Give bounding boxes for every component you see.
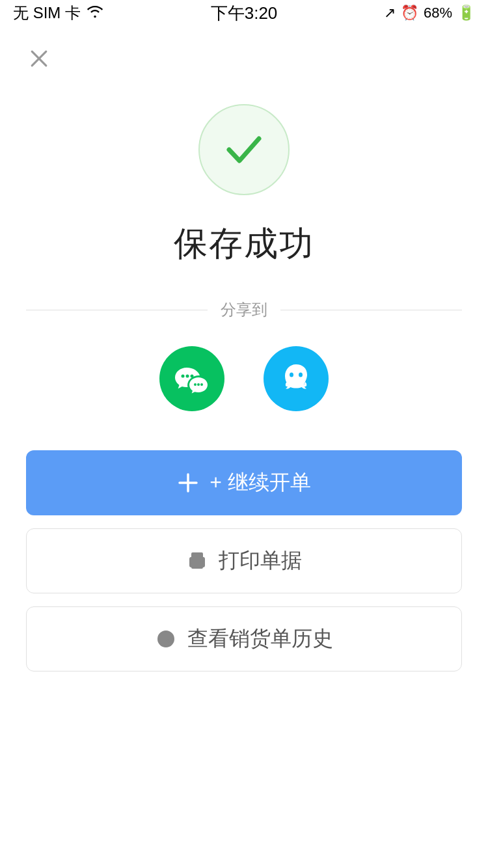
share-icons <box>159 346 329 411</box>
status-right: ↗ ⏰ 68% 🔋 <box>384 5 475 21</box>
share-label: 分享到 <box>221 299 267 320</box>
share-wechat-button[interactable] <box>159 346 224 411</box>
svg-rect-14 <box>192 553 202 559</box>
divider-line-left <box>26 310 208 310</box>
svg-point-9 <box>290 373 293 377</box>
alarm-icon: ⏰ <box>401 5 418 21</box>
svg-point-8 <box>200 383 203 386</box>
status-time: 下午3:20 <box>211 2 278 25</box>
svg-point-7 <box>197 383 200 386</box>
main-content: 保存成功 分享到 <box>0 91 488 868</box>
share-qq-button[interactable] <box>264 346 329 411</box>
svg-point-5 <box>191 375 194 378</box>
history-label: 查看销货单历史 <box>187 625 333 653</box>
battery-label: 68% <box>424 5 452 21</box>
continue-label: + 继续开单 <box>210 468 311 497</box>
status-left: 无 SIM 卡 <box>13 3 104 23</box>
carrier-label: 无 SIM 卡 <box>13 3 81 23</box>
battery-icon: 🔋 <box>457 5 475 21</box>
svg-point-3 <box>182 375 185 378</box>
print-label: 打印单据 <box>219 547 302 575</box>
action-buttons: + 继续开单 打印单据 查看销货单历史 <box>26 450 462 671</box>
svg-point-4 <box>186 375 189 378</box>
print-button[interactable]: 打印单据 <box>26 528 462 593</box>
svg-point-10 <box>299 373 303 377</box>
status-bar: 无 SIM 卡 下午3:20 ↗ ⏰ 68% 🔋 <box>0 0 488 26</box>
close-button[interactable] <box>20 39 59 78</box>
divider-line-right <box>280 310 462 310</box>
share-divider: 分享到 <box>26 299 462 320</box>
success-title: 保存成功 <box>174 221 314 267</box>
continue-button[interactable]: + 继续开单 <box>26 450 462 515</box>
svg-point-6 <box>194 383 197 386</box>
wifi-icon <box>86 4 104 22</box>
success-icon-circle <box>198 104 290 195</box>
location-icon: ↗ <box>384 5 396 21</box>
history-button[interactable]: 查看销货单历史 <box>26 606 462 671</box>
svg-point-16 <box>202 560 204 562</box>
